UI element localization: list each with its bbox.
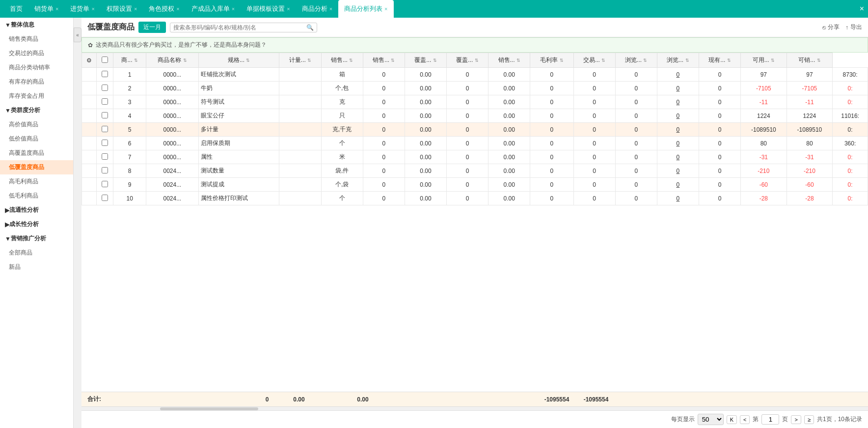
col-gross-margin-header[interactable]: 毛利率 ⇅ (530, 53, 573, 68)
sidebar-item-traded-goods[interactable]: 交易过的商品 (0, 46, 73, 60)
row-checkbox[interactable] (97, 137, 113, 150)
col-cover1-header[interactable]: 覆盖... ⇅ (405, 53, 446, 68)
row-checkbox[interactable] (97, 192, 113, 205)
row-browse1[interactable]: 0 (657, 192, 699, 205)
sidebar-item-sales-goods[interactable]: 销售类商品 (0, 32, 73, 46)
col-stock-current-header[interactable]: 现有... ⇅ (699, 53, 740, 68)
nav-templates[interactable]: 单据模板设置 × (241, 0, 296, 18)
row-browse1[interactable]: 0 (657, 123, 699, 137)
row-browse1[interactable]: 0 (657, 82, 699, 95)
nav-purchase-close[interactable]: × (91, 6, 94, 12)
col-stock-sale-header[interactable]: 可销... ⇅ (787, 53, 833, 68)
row-settings[interactable] (82, 192, 97, 205)
col-unit-header[interactable]: 计量... ⇅ (279, 53, 321, 68)
row-select-checkbox[interactable] (102, 140, 108, 146)
time-filter-button[interactable]: 近一月 (138, 22, 166, 33)
row-browse1[interactable]: 0 (657, 68, 699, 82)
row-settings[interactable] (82, 164, 97, 178)
nav-permissions-close[interactable]: × (134, 6, 137, 12)
sidebar-section-liquidity[interactable]: ▶ 流通性分析 (0, 203, 73, 217)
row-checkbox[interactable] (97, 150, 113, 164)
row-browse1[interactable]: 0 (657, 164, 699, 178)
sidebar-item-new-goods[interactable]: 新品 (0, 260, 73, 274)
row-settings[interactable] (82, 178, 97, 192)
sidebar-section-growth[interactable]: ▶ 成长性分析 (0, 217, 73, 231)
sidebar-item-all-goods[interactable]: 全部商品 (0, 246, 73, 260)
search-icon[interactable]: 🔍 (306, 24, 314, 31)
nav-sales[interactable]: 销货单 × (28, 0, 64, 18)
col-browse1-header[interactable]: 浏览... ⇅ (615, 53, 657, 68)
sidebar-section-marketing[interactable]: ▼ 营销推广分析 (0, 231, 73, 246)
sidebar-item-low-coverage[interactable]: 低覆盖度商品 (0, 160, 73, 174)
data-table-container[interactable]: ⚙ 商... ⇅ 商品名称 ⇅ 规格... ⇅ 计量... ⇅ 销售... ⇅ … (81, 53, 868, 392)
sidebar-item-low-value[interactable]: 低价值商品 (0, 132, 73, 146)
search-input[interactable] (173, 24, 306, 31)
col-cover2-header[interactable]: 覆盖... ⇅ (446, 53, 488, 68)
row-browse1[interactable]: 0 (657, 150, 699, 164)
row-select-checkbox[interactable] (102, 98, 108, 105)
col-sales-qty-header[interactable]: 销售... ⇅ (321, 53, 363, 68)
row-checkbox[interactable] (97, 82, 113, 95)
row-select-checkbox[interactable] (102, 195, 108, 201)
sidebar-item-high-value[interactable]: 高价值商品 (0, 117, 73, 132)
sidebar-item-high-margin[interactable]: 高毛利商品 (0, 174, 73, 189)
row-checkbox[interactable] (97, 164, 113, 178)
col-settings[interactable]: ⚙ (82, 53, 97, 68)
row-checkbox[interactable] (97, 123, 113, 137)
prev-page-button[interactable]: < (740, 415, 750, 424)
last-page-button[interactable]: ≥ (804, 415, 814, 424)
first-page-button[interactable]: K (727, 415, 737, 424)
col-trade-header[interactable]: 交易... ⇅ (573, 53, 615, 68)
row-select-checkbox[interactable] (102, 112, 108, 118)
row-checkbox[interactable] (97, 178, 113, 192)
row-browse1[interactable]: 0 (657, 95, 699, 109)
sidebar-collapse-button[interactable]: « (74, 28, 81, 42)
sidebar-section-overall[interactable]: ▼ 整体信息 (0, 18, 73, 32)
row-checkbox[interactable] (97, 68, 113, 82)
row-select-checkbox[interactable] (102, 85, 108, 91)
nav-roles[interactable]: 角色授权 × (143, 0, 185, 18)
page-number-input[interactable] (761, 414, 779, 425)
row-select-checkbox[interactable] (102, 181, 108, 187)
sidebar-section-cluster[interactable]: ▼ 类群度分析 (0, 103, 73, 117)
sidebar-item-category-rate[interactable]: 商品分类动销率 (0, 60, 73, 75)
nav-permissions[interactable]: 权限设置 × (101, 0, 143, 18)
col-name-header[interactable]: 商品名称 ⇅ (146, 53, 198, 68)
share-button[interactable]: ⎋ 分享 (822, 23, 840, 31)
next-page-button[interactable]: > (791, 415, 801, 424)
nav-warehouse[interactable]: 产成品入库单 × (186, 0, 241, 18)
row-select-checkbox[interactable] (102, 167, 108, 173)
nav-sales-close[interactable]: × (55, 6, 58, 12)
col-spec-header[interactable]: 规格... ⇅ (198, 53, 279, 68)
nav-roles-close[interactable]: × (176, 6, 179, 12)
row-checkbox[interactable] (97, 95, 113, 109)
row-select-checkbox[interactable] (102, 153, 108, 160)
row-select-checkbox[interactable] (102, 126, 108, 132)
window-close-button[interactable]: × (860, 4, 864, 13)
row-settings[interactable] (82, 123, 97, 137)
col-sales3-header[interactable]: 销售... ⇅ (488, 53, 530, 68)
col-browse2-header[interactable]: 浏览... ⇅ (657, 53, 699, 68)
page-size-select[interactable]: 50 10 20 100 (698, 414, 724, 425)
nav-product-analysis[interactable]: 商品分析 × (296, 0, 338, 18)
export-button[interactable]: ↑ 导出 (845, 23, 862, 31)
nav-templates-close[interactable]: × (287, 6, 290, 12)
nav-product-analysis-list[interactable]: 商品分析列表 × (338, 0, 393, 18)
nav-warehouse-close[interactable]: × (232, 6, 235, 12)
row-settings[interactable] (82, 68, 97, 82)
row-browse1[interactable]: 0 (657, 109, 699, 123)
sidebar-item-stock-capital[interactable]: 库存资金占用 (0, 89, 73, 103)
row-settings[interactable] (82, 109, 97, 123)
sidebar-item-in-stock[interactable]: 有库存的商品 (0, 75, 73, 89)
col-code-header[interactable]: 商... ⇅ (113, 53, 146, 68)
sidebar-item-high-coverage[interactable]: 高覆盖度商品 (0, 146, 73, 160)
nav-home[interactable]: 首页 (4, 0, 28, 18)
row-browse1[interactable]: 0 (657, 178, 699, 192)
col-sales-amt-header[interactable]: 销售... ⇅ (363, 53, 405, 68)
row-select-checkbox[interactable] (102, 71, 108, 77)
horizontal-scrollbar[interactable] (81, 406, 868, 410)
col-checkbox-header[interactable] (97, 53, 113, 68)
sidebar-item-low-margin[interactable]: 低毛利商品 (0, 189, 73, 203)
nav-purchase[interactable]: 进货单 × (64, 0, 100, 18)
select-all-checkbox[interactable] (102, 57, 108, 63)
